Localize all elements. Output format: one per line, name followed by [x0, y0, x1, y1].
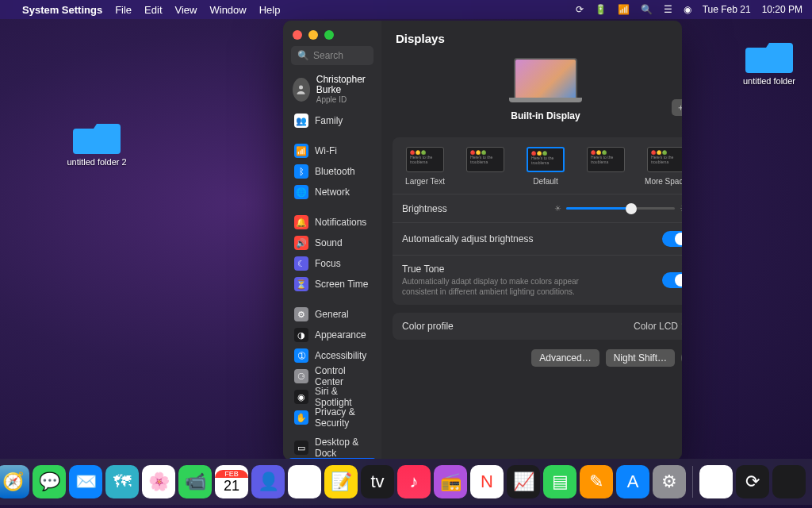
arrange-button[interactable]: ＋⌄	[672, 99, 682, 116]
help-button[interactable]: ?	[681, 349, 682, 367]
close-button[interactable]	[293, 30, 302, 40]
advanced-button[interactable]: Advanced…	[531, 349, 599, 367]
dock-chrome[interactable]: ◯	[699, 465, 733, 498]
sidebar-item-label: Focus	[315, 258, 341, 269]
desktop-folder-1[interactable]: untitled folder	[737, 38, 801, 86]
sidebar-item-label: Siri & Spotlight	[315, 386, 370, 408]
color-profile-label: Color profile	[402, 321, 454, 332]
sidebar-item-focus[interactable]: ☾Focus	[288, 253, 377, 274]
window-controls	[283, 21, 381, 46]
menubar-date[interactable]: Tue Feb 21	[703, 4, 751, 15]
sidebar-item-family[interactable]: 👥Family	[288, 110, 377, 131]
sidebar-item-accessibility[interactable]: ➀Accessibility	[288, 345, 377, 366]
sidebar-icon: ⚙	[294, 307, 308, 321]
dock-apple[interactable]	[772, 465, 806, 498]
dock-podcasts[interactable]: 📻	[434, 465, 467, 498]
dock-tv[interactable]: tv	[361, 465, 394, 498]
sidebar-item-label: Screen Time	[315, 279, 368, 290]
truetone-label: True Tone	[402, 264, 608, 275]
desktop-folder-2[interactable]: untitled folder 2	[65, 119, 128, 167]
sidebar-item-label: Privacy & Security	[315, 406, 370, 429]
wifi-icon[interactable]: 📶	[618, 4, 630, 15]
dock-maps[interactable]: 🗺	[105, 465, 139, 498]
status-icon[interactable]: ⟳	[576, 4, 584, 15]
auto-brightness-label: Automatically adjust brightness	[402, 233, 533, 244]
auto-brightness-toggle[interactable]	[662, 231, 682, 247]
dock-reminders[interactable]: ☰	[288, 465, 321, 498]
dock-steam[interactable]: ⟳	[736, 465, 769, 498]
truetone-description: Automatically adapt display to make colo…	[402, 276, 608, 297]
content-pane: Displays Built-in Display ＋⌄ 🔴🟡🟢Here's t…	[381, 21, 682, 460]
sidebar-item-notifications[interactable]: 🔔Notifications	[288, 212, 377, 233]
menu-view[interactable]: View	[175, 4, 197, 16]
dock-contacts[interactable]: 👤	[251, 465, 285, 498]
dock-settings[interactable]: ⚙	[653, 465, 686, 498]
dock-numbers[interactable]: ▤	[543, 465, 576, 498]
sidebar-icon: 🔔	[294, 215, 308, 229]
dock-stocks[interactable]: 📈	[507, 465, 540, 498]
sidebar-icon: ☾	[294, 256, 308, 271]
menu-edit[interactable]: Edit	[144, 4, 162, 16]
sidebar-item-label: Network	[315, 187, 350, 198]
sidebar-item-siri-spotlight[interactable]: ◉Siri & Spotlight	[288, 387, 377, 407]
siri-icon[interactable]: ◉	[684, 4, 691, 15]
page-title: Displays	[381, 21, 682, 53]
avatar	[293, 78, 310, 102]
zoom-button[interactable]	[324, 30, 334, 40]
resolution-option[interactable]: 🔴🟡🟢Here's to the troublema	[458, 147, 513, 186]
resolution-option[interactable]: 🔴🟡🟢Here's to the troublemaLarger Text	[397, 147, 453, 186]
night-shift-button[interactable]: Night Shift…	[606, 349, 675, 367]
sidebar-item-screen-time[interactable]: ⏳Screen Time	[288, 274, 377, 294]
search-input[interactable]: 🔍 Search	[291, 46, 373, 65]
search-icon[interactable]: 🔍	[641, 4, 653, 15]
menu-help[interactable]: Help	[259, 4, 281, 16]
sidebar-item-label: Sound	[315, 237, 343, 248]
sidebar-item-label: Desktop & Dock	[315, 437, 370, 459]
menu-file[interactable]: File	[115, 4, 132, 16]
resolution-option[interactable]: 🔴🟡🟢Here's to the troublemaMore Space	[638, 147, 682, 186]
menubar: System Settings File Edit View Window He…	[0, 0, 812, 19]
minimize-button[interactable]	[308, 30, 318, 40]
menubar-time[interactable]: 10:20 PM	[762, 4, 802, 15]
sidebar-icon: 🔊	[294, 236, 308, 250]
dock-facetime[interactable]: 📹	[178, 465, 212, 498]
sidebar-icon: ➀	[294, 348, 308, 363]
app-menu[interactable]: System Settings	[22, 4, 102, 16]
sidebar-icon: 🌐	[294, 185, 308, 199]
display-thumbnail[interactable]	[514, 58, 577, 99]
apple-id-row[interactable]: Christopher Burke Apple ID	[283, 71, 381, 110]
dock-news[interactable]: N	[470, 465, 504, 498]
dock-messages[interactable]: 💬	[33, 465, 66, 498]
sidebar-icon: 📶	[294, 144, 308, 158]
sidebar-item-bluetooth[interactable]: ᛒBluetooth	[288, 161, 377, 182]
dock-appstore[interactable]: A	[616, 465, 649, 498]
truetone-toggle[interactable]	[662, 272, 682, 288]
control-center-icon[interactable]: ☰	[664, 4, 672, 15]
dock-calendar[interactable]: FEB21	[215, 465, 248, 498]
sidebar-icon: ⚆	[294, 369, 308, 383]
settings-window: 🔍 Search Christopher Burke Apple ID 👥Fam…	[283, 21, 682, 460]
dock-notes[interactable]: 📝	[324, 465, 358, 498]
sidebar-icon: ▭	[294, 441, 308, 455]
sidebar-item-desktop-dock[interactable]: ▭Desktop & Dock	[288, 437, 377, 458]
sidebar-item-appearance[interactable]: ◑Appearance	[288, 325, 377, 345]
sidebar-item-control-center[interactable]: ⚆Control Center	[288, 366, 377, 387]
brightness-slider[interactable]: ☀ ☀	[554, 202, 682, 214]
dock-safari[interactable]: 🧭	[0, 465, 29, 498]
resolution-option[interactable]: 🔴🟡🟢Here's to the troublema	[578, 147, 634, 186]
sidebar-item-sound[interactable]: 🔊Sound	[288, 233, 377, 253]
dock-pages[interactable]: ✎	[580, 465, 613, 498]
dock-photos[interactable]: 🌸	[142, 465, 175, 498]
sidebar-item-wi-fi[interactable]: 📶Wi-Fi	[288, 140, 377, 161]
sidebar-item-label: Control Center	[315, 365, 370, 387]
dock-mail[interactable]: ✉️	[69, 465, 102, 498]
sidebar-item-general[interactable]: ⚙General	[288, 304, 377, 325]
dock-music[interactable]: ♪	[397, 465, 431, 498]
sidebar-item-network[interactable]: 🌐Network	[288, 182, 377, 202]
color-profile-select[interactable]: Color LCD⇅	[634, 321, 682, 332]
menu-window[interactable]: Window	[209, 4, 246, 16]
sidebar: 🔍 Search Christopher Burke Apple ID 👥Fam…	[283, 21, 381, 460]
sidebar-item-privacy-security[interactable]: ✋Privacy & Security	[288, 407, 377, 428]
battery-icon[interactable]: 🔋	[595, 4, 607, 15]
resolution-option[interactable]: 🔴🟡🟢Here's to the troublemaDefault	[518, 147, 573, 186]
